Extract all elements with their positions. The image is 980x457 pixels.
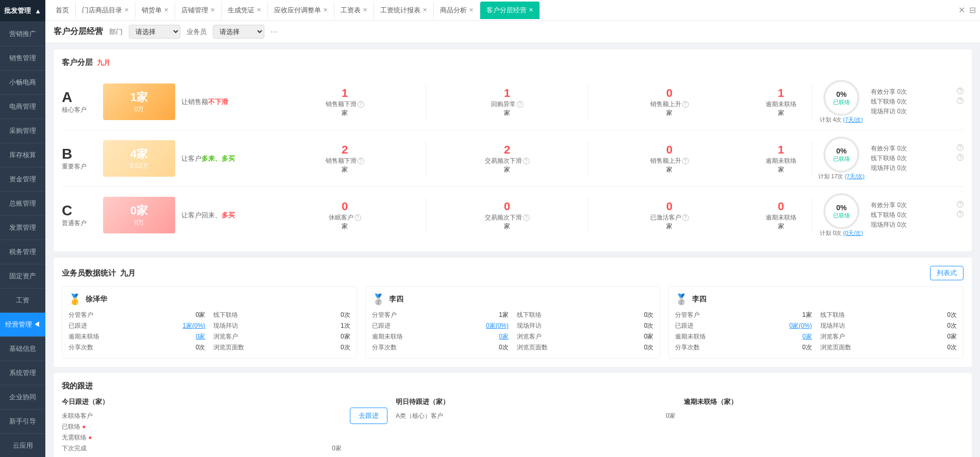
stat-row: 现场拜访 1次 xyxy=(213,321,350,330)
tab-shangpinfenxi[interactable]: 商品分析 ✕ xyxy=(434,2,480,19)
staff-name-3: 李四 xyxy=(692,295,706,304)
tab-xiaohuo[interactable]: 销货单 ✕ xyxy=(136,2,175,19)
info-icon[interactable]: ? xyxy=(682,214,689,221)
stat-row: 逾期未联络 0家 xyxy=(675,332,812,341)
sidebar-item-xinshouyindao[interactable]: 新手引导 xyxy=(0,410,45,434)
stat-row: 已跟进 0家(0%) xyxy=(675,321,812,330)
tab-shengcheng[interactable]: 生成凭证 ✕ xyxy=(222,2,268,19)
sidebar-logo-arrow: ▲ xyxy=(35,7,41,15)
info-icon[interactable]: ? xyxy=(517,101,523,108)
tier-b-slogan: 让客户多来、多买 xyxy=(181,154,264,163)
tier-c-followup: 0 逾期未联络 家 xyxy=(750,198,812,233)
info-icon[interactable]: ? xyxy=(358,158,364,164)
staff-card-3: 🥈 李四 分管客户 1家 线下联络 0次 已跟进 xyxy=(668,286,964,359)
tier-a-circle: 0% 已联络 计划 4次 (7天/次) xyxy=(818,80,865,124)
tier-b-stat-3: 0 销售额上升 ? 家 xyxy=(588,141,750,176)
sidebar-item-kucun[interactable]: 库存核算 xyxy=(0,143,45,167)
sidebar-item-jingying[interactable]: 经营管理 ◀ xyxy=(0,313,45,337)
tabbar-actions: ✕ ⊟ xyxy=(958,5,976,15)
tab-mendian[interactable]: 门店商品目录 ✕ xyxy=(76,2,136,19)
sidebar-item-qiyexietong[interactable]: 企业协同 xyxy=(0,385,45,410)
close-icon[interactable]: ✕ xyxy=(257,7,261,13)
sidebar-item-dianshang[interactable]: 电商管理 xyxy=(0,95,45,119)
plan-link[interactable]: (7天/次) xyxy=(843,116,863,123)
stat-row: 分享次数 0次 xyxy=(372,343,509,352)
tabbar-close-icon[interactable]: ✕ xyxy=(958,5,965,15)
info-icon[interactable]: ? xyxy=(957,97,964,104)
info-icon[interactable]: ? xyxy=(957,211,964,217)
tab-yingshou[interactable]: 应收应付调整单 ✕ xyxy=(268,2,334,19)
tier-a-stat-1: 1 销售额下滑 ? 家 xyxy=(264,84,426,120)
tab-dianpu[interactable]: 店铺管理 ✕ xyxy=(175,2,222,19)
close-icon[interactable]: ✕ xyxy=(363,7,367,13)
plan-link[interactable]: (0天/次) xyxy=(843,230,863,236)
tier-c-stat-2: 0 交易频次下滑 ? 家 xyxy=(426,198,588,233)
close-icon[interactable]: ✕ xyxy=(210,7,215,13)
tab-home[interactable]: 首页 xyxy=(49,2,76,19)
tab-gongzitongji[interactable]: 工资统计报表 ✕ xyxy=(374,2,434,19)
followup-title: 我的跟进 xyxy=(62,381,964,391)
tier-b-right-stats: 有效分享 0次 ? 线下联络 0次 ? 现场拜访 0次 xyxy=(871,144,964,173)
tier-c-stat-1: 0 休眠客户 ? 家 xyxy=(264,198,426,233)
close-icon[interactable]: ✕ xyxy=(529,7,533,13)
close-icon[interactable]: ✕ xyxy=(323,7,328,13)
sidebar-item-gongzi[interactable]: 工资 xyxy=(0,289,45,313)
tier-a-count: 1家 xyxy=(130,90,148,105)
info-icon[interactable]: ? xyxy=(682,101,689,108)
staff-label: 业务员 xyxy=(187,27,207,37)
stat-row: 浏览页面数 0次 xyxy=(213,343,350,352)
tier-row-a: A 核心客户 1家 0万 让销售额不下滑 1 销售额下滑 ? 家 xyxy=(62,74,964,130)
sidebar-item-zijin[interactable]: 资金管理 xyxy=(0,167,45,192)
close-icon[interactable]: ✕ xyxy=(164,7,168,13)
sidebar-item-yingxiao[interactable]: 营销推广 xyxy=(0,22,45,46)
sidebar-item-xiaochangdianshang[interactable]: 小畅电商 xyxy=(0,71,45,95)
tier-b-stats: 2 销售额下滑 ? 家 2 交易频次下滑 ? 家 0 销售额上升 ? 家 xyxy=(264,141,750,176)
staff-section-header: 业务员数据统计 九月 列表式 xyxy=(62,266,964,280)
stat-row: 线下联络 0次 xyxy=(213,311,350,319)
info-icon[interactable]: ? xyxy=(358,101,364,108)
tier-a-stats: 1 销售额下滑 ? 家 1 回购异常 ? 家 0 销售额上升 ? 家 xyxy=(264,84,750,120)
info-icon[interactable]: ? xyxy=(957,201,964,208)
more-options-icon[interactable]: ··· xyxy=(271,27,277,37)
sidebar-item-xitong[interactable]: 系统管理 xyxy=(0,361,45,385)
sidebar-item-fapiao[interactable]: 发票管理 xyxy=(0,216,45,240)
sidebar-item-jichu[interactable]: 基础信息 xyxy=(0,337,45,361)
sidebar-item-xiaoshou[interactable]: 销售管理 xyxy=(0,46,45,71)
sidebar-item-zhangzhang[interactable]: 总账管理 xyxy=(0,192,45,216)
tier-c-count-box: 0家 0万 xyxy=(103,197,175,233)
sidebar-item-gudingzichan[interactable]: 固定资产 xyxy=(0,264,45,289)
list-view-button[interactable]: 列表式 xyxy=(930,266,964,280)
tabbar-minimize-icon[interactable]: ⊟ xyxy=(969,5,976,15)
info-icon[interactable]: ? xyxy=(354,214,361,221)
info-icon[interactable]: ? xyxy=(957,88,964,94)
sidebar-logo[interactable]: 批发管理 ▲ xyxy=(0,0,45,22)
stat-row: 分享次数 0次 xyxy=(675,343,812,352)
medal-icon-1: 🥇 xyxy=(69,293,81,306)
stat-row: 浏览客户 0家 xyxy=(820,332,957,341)
sidebar-item-yunyingyong[interactable]: 云应用 xyxy=(0,434,45,457)
go-followup-button[interactable]: 去跟进 xyxy=(350,408,387,424)
sidebar-item-caigou[interactable]: 采购管理 xyxy=(0,119,45,143)
tier-b-stat-2: 2 交易频次下滑 ? 家 xyxy=(426,141,588,176)
close-icon[interactable]: ✕ xyxy=(423,7,427,13)
plan-link[interactable]: (7天/次) xyxy=(844,173,865,179)
tab-gongzibiao[interactable]: 工资表 ✕ xyxy=(334,2,374,19)
stat-row: 已跟进 0家(0%) xyxy=(372,321,509,330)
info-icon[interactable]: ? xyxy=(523,158,530,164)
info-icon[interactable]: ? xyxy=(957,154,964,161)
dept-label: 部门 xyxy=(109,27,123,37)
tab-kehufencengjingying[interactable]: 客户分层经营 ✕ xyxy=(480,2,540,19)
tier-b-count: 4家 xyxy=(130,146,148,162)
staff-name-1: 徐泽华 xyxy=(86,295,107,304)
staff-select[interactable]: 请选择 xyxy=(213,25,264,39)
close-icon[interactable]: ✕ xyxy=(124,7,129,13)
info-icon[interactable]: ? xyxy=(682,158,689,164)
staff-section-title: 业务员数据统计 九月 xyxy=(62,268,136,278)
info-icon[interactable]: ? xyxy=(523,214,530,221)
stat-row: 现场拜访 0次 xyxy=(517,321,653,330)
dept-select[interactable]: 请选择 xyxy=(129,25,180,39)
sidebar-item-shuiwu[interactable]: 税务管理 xyxy=(0,240,45,264)
stat-row: 分管客户 1家 xyxy=(372,311,509,319)
info-icon[interactable]: ? xyxy=(957,144,964,151)
close-icon[interactable]: ✕ xyxy=(469,7,474,13)
